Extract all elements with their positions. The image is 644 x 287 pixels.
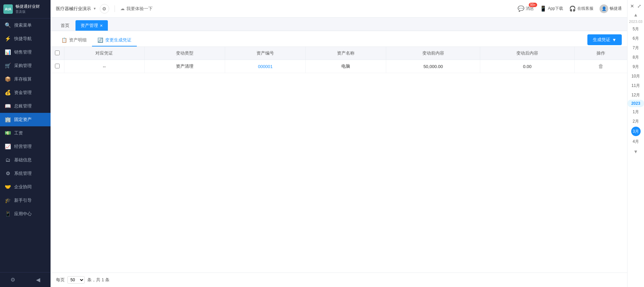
tab-close-icon[interactable]: ✕ bbox=[100, 24, 103, 28]
month-2[interactable]: 2月 bbox=[627, 117, 644, 126]
row-checkbox[interactable] bbox=[55, 64, 60, 68]
sidebar-item-system[interactable]: ⚙系统管理 bbox=[0, 167, 51, 180]
table-body: -- 资产清理 000001 电脑 50,000.00 0.00 🗑 bbox=[51, 60, 627, 73]
app-download-icon: 📱 bbox=[540, 5, 547, 12]
sidebar-item-payroll[interactable]: 💵工资 bbox=[0, 126, 51, 140]
month-8[interactable]: 8月 bbox=[627, 53, 644, 62]
sales-icon: 📊 bbox=[5, 49, 11, 55]
month-7[interactable]: 7月 bbox=[627, 43, 644, 53]
month-3-current[interactable]: 3月 bbox=[631, 127, 641, 136]
scroll-down-row: ▼ bbox=[632, 146, 640, 157]
ledger-icon: 📖 bbox=[5, 103, 11, 109]
month-12[interactable]: 12月 bbox=[627, 90, 644, 100]
logo-abbr: AtA bbox=[5, 7, 11, 11]
app-download-btn[interactable]: 📱 App下载 bbox=[540, 5, 563, 12]
sidebar-item-basic-info[interactable]: 🗂基础信息 bbox=[0, 153, 51, 167]
month-11[interactable]: 11月 bbox=[627, 81, 644, 90]
sidebar: AtA 畅捷通好业财 普及版 🔍搜索菜单⚡快捷导航📊销售管理🛒采购管理📦库存核算… bbox=[0, 0, 51, 287]
user-name: 畅捷通 bbox=[610, 6, 622, 11]
online-service-btn[interactable]: 🎧 在线客服 bbox=[569, 5, 593, 12]
generate-voucher-btn[interactable]: 生成凭证 ▼ bbox=[587, 34, 622, 45]
col-change-type: 变动类型 bbox=[145, 47, 225, 60]
row-voucher: -- bbox=[64, 60, 145, 73]
search-icon: 🔍 bbox=[5, 22, 11, 28]
sub-tab-asset-detail[interactable]: 📋 资产明细 bbox=[56, 34, 92, 46]
finance-icon: 💰 bbox=[5, 90, 11, 96]
sidebar-item-finance[interactable]: 💰资金管理 bbox=[0, 86, 51, 99]
table-row: -- 资产清理 000001 电脑 50,000.00 0.00 🗑 bbox=[51, 60, 627, 73]
sidebar-item-purchase[interactable]: 🛒采购管理 bbox=[0, 59, 51, 72]
month-10[interactable]: 10月 bbox=[627, 71, 644, 81]
change-voucher-label: 变更生成凭证 bbox=[105, 37, 131, 43]
sidebar-settings-icon[interactable]: ⚙ bbox=[8, 275, 18, 284]
logo-sub: 普及版 bbox=[16, 9, 40, 14]
month-9[interactable]: 9月 bbox=[627, 62, 644, 71]
change-voucher-icon: 🔄 bbox=[97, 37, 103, 43]
sidebar-item-collab[interactable]: 🤝企业协同 bbox=[0, 180, 51, 194]
sidebar-item-sales[interactable]: 📊销售管理 bbox=[0, 45, 51, 59]
sidebar-label-system: 系统管理 bbox=[14, 170, 32, 177]
row-asset-code: 000001 bbox=[225, 60, 306, 73]
sidebar-label-management: 经营管理 bbox=[14, 144, 32, 150]
company-name: 医疗器械行业演示 bbox=[56, 6, 91, 12]
row-change-type: 资产清理 bbox=[145, 60, 225, 73]
scroll-down-arrow[interactable]: ▼ bbox=[632, 148, 640, 156]
sidebar-item-ledger[interactable]: 📖总账管理 bbox=[0, 99, 51, 113]
row-asset-name: 电脑 bbox=[306, 60, 386, 73]
rp-expand-icon[interactable]: ⤢ bbox=[637, 3, 642, 9]
tab-asset-mgmt[interactable]: 资产管理 ✕ bbox=[75, 20, 108, 31]
topbar-settings-btn[interactable]: ⚙ bbox=[100, 4, 109, 13]
message-icon: 💬 bbox=[518, 5, 524, 12]
sidebar-label-guide: 新手引导 bbox=[14, 197, 32, 203]
sidebar-collapse-icon[interactable]: ◀ bbox=[33, 275, 43, 284]
month-4[interactable]: 4月 bbox=[627, 137, 644, 146]
month-1[interactable]: 1月 bbox=[627, 107, 644, 117]
message-btn[interactable]: 💬 消息 99+ bbox=[518, 5, 534, 12]
sidebar-label-basic-info: 基础信息 bbox=[14, 157, 32, 163]
month-5[interactable]: 5月 bbox=[627, 24, 644, 34]
system-icon: ⚙ bbox=[5, 170, 11, 177]
col-voucher: 对应凭证 bbox=[64, 47, 145, 60]
delete-icon[interactable]: 🗑 bbox=[598, 63, 604, 69]
experience-icon: ☁ bbox=[120, 6, 125, 11]
sidebar-item-app-center[interactable]: 📱应用中心 bbox=[0, 207, 51, 221]
company-selector[interactable]: 医疗器械行业演示 ▼ bbox=[56, 6, 96, 12]
scroll-up-arrow[interactable]: ▲ bbox=[632, 11, 640, 19]
sidebar-item-guide[interactable]: 🎓新手引导 bbox=[0, 194, 51, 207]
row-operation: 🗑 bbox=[574, 60, 627, 73]
sub-tab-change-voucher[interactable]: 🔄 变更生成凭证 bbox=[92, 34, 137, 46]
per-page-select[interactable]: 10 20 50 100 bbox=[67, 276, 85, 284]
content-area: 📋 资产明细 🔄 变更生成凭证 生成凭证 ▼ bbox=[51, 31, 627, 287]
basic-info-icon: 🗂 bbox=[5, 157, 11, 163]
col-operation: 操作 bbox=[574, 47, 627, 60]
user-menu[interactable]: 👤 畅捷通 bbox=[600, 4, 622, 13]
sidebar-item-management[interactable]: 📈经营管理 bbox=[0, 140, 51, 153]
company-dropdown-icon: ▼ bbox=[93, 7, 96, 10]
sidebar-item-fixed-assets[interactable]: 🏢固定资产 bbox=[0, 113, 51, 126]
asset-detail-icon: 📋 bbox=[61, 37, 67, 43]
month-6[interactable]: 6月 bbox=[627, 34, 644, 43]
online-service-icon: 🎧 bbox=[569, 5, 576, 12]
sidebar-item-inventory[interactable]: 📦库存核算 bbox=[0, 72, 51, 86]
experience-link[interactable]: ☁ 我要体验一下 bbox=[120, 6, 153, 12]
sidebar-item-quick-nav[interactable]: ⚡快捷导航 bbox=[0, 32, 51, 45]
per-page-label: 每页 bbox=[56, 277, 65, 283]
col-after-change: 变动后内容 bbox=[480, 47, 574, 60]
sidebar-label-finance: 资金管理 bbox=[14, 90, 32, 96]
rp-close-row: ✕ ⤢ bbox=[627, 1, 644, 11]
sub-tabs: 📋 资产明细 🔄 变更生成凭证 bbox=[51, 31, 627, 47]
rp-close-icon[interactable]: ✕ bbox=[630, 3, 635, 9]
main-area: 医疗器械行业演示 ▼ ⚙ ☁ 我要体验一下 💬 消息 99+ 📱 App下载 🎧… bbox=[51, 0, 627, 287]
row-before-change: 50,000.00 bbox=[386, 60, 480, 73]
tab-home[interactable]: 首页 bbox=[56, 21, 74, 31]
select-all-checkbox[interactable] bbox=[55, 51, 60, 55]
total-label: 条，共 1 条 bbox=[87, 277, 110, 283]
sidebar-bottom: ⚙ ◀ bbox=[0, 272, 51, 287]
payroll-icon: 💵 bbox=[5, 130, 11, 136]
sidebar-label-app-center: 应用中心 bbox=[14, 211, 32, 217]
purchase-icon: 🛒 bbox=[5, 63, 11, 69]
sidebar-label-ledger: 总账管理 bbox=[14, 103, 32, 109]
sidebar-item-search[interactable]: 🔍搜索菜单 bbox=[0, 19, 51, 32]
logo-icon: AtA bbox=[3, 4, 13, 14]
online-service-label: 在线客服 bbox=[577, 6, 593, 11]
